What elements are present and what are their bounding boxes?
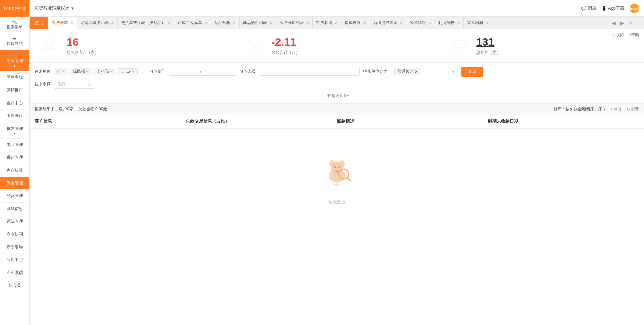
demo-account-name: 母婴行业演示帐套 <box>35 5 70 11</box>
tab-close-customer-account[interactable]: ✕ <box>70 21 73 25</box>
tab-close-tier[interactable]: ✕ <box>306 21 309 25</box>
sidebar-item-member2[interactable]: 畅会员 <box>0 279 29 292</box>
tab-close-purchase[interactable]: ✕ <box>111 21 114 25</box>
sidebar-item-enterprise[interactable]: 企业协同 <box>0 228 29 241</box>
tab-close-contact[interactable]: ✕ <box>335 21 338 25</box>
help-links: ▷ 视频 ? 帮助 <box>612 32 639 38</box>
stat-credit-customers-value: 16 <box>67 36 99 48</box>
refresh-icon: ↻ <box>627 107 630 112</box>
sort-selector[interactable]: 排序：按欠款金额倒序排序 ▾ <box>554 106 605 112</box>
retail-icon: 🛒 <box>2 54 28 59</box>
tab-customer-tier[interactable]: 客户分层经营 ✕ <box>276 17 313 29</box>
message-icon: 💬 <box>581 6 586 11</box>
sidebar-item-retail-stats[interactable]: 零售统计 <box>0 110 29 122</box>
tab-purchase-order[interactable]: 采购订单统计表 ✕ <box>77 17 118 29</box>
dept-select[interactable]: ▾ ··· <box>169 68 236 76</box>
mobile-icon: 📱 <box>601 6 607 11</box>
sidebar-item-basic-info[interactable]: 基础信息 <box>0 203 29 215</box>
empty-state: 暂无数据 <box>30 129 644 232</box>
sidebar-item-inventory[interactable]: 库存核算 <box>0 164 29 177</box>
tab-close-product-list[interactable]: ✕ <box>269 21 272 25</box>
svg-rect-5 <box>460 43 465 44</box>
stat-credit-amount-value: -2.11 <box>271 36 300 48</box>
query-button[interactable]: 查询 <box>461 67 483 77</box>
tab-customer-account[interactable]: 客户账本 ✕ <box>48 17 77 29</box>
tab-scroll-left[interactable]: ◀ <box>610 20 617 26</box>
tab-add-commission[interactable]: 新增提成方案 ✕ <box>370 17 406 29</box>
tab-retail-profit[interactable]: 零售利润 ✕ <box>464 17 492 29</box>
tab-operations[interactable]: 经营情况 ✕ <box>406 17 435 29</box>
chevron-up-icon: ⌃ <box>322 94 326 98</box>
sidebar-logo: 畅捷通好生意 <box>0 0 29 17</box>
tag-close-wu[interactable]: ✕ <box>62 69 65 74</box>
tab-close-operations[interactable]: ✕ <box>428 21 431 25</box>
sidebar-item-retail-shop[interactable]: 零售商城 <box>0 71 29 84</box>
top-header-right: 💬 消息 📱 App下载 demo2 <box>581 4 639 13</box>
sidebar-item-retail-mgmt[interactable]: 🛒 零售管理 ▼ <box>0 50 29 71</box>
sidebar-item-search[interactable]: 🔍 搜索菜单 <box>0 17 29 33</box>
results-bar: 搜索结果中，客户0家 欠款金额 0.00元 排序：按欠款金额倒序排序 ▾ ↑ 导… <box>30 104 644 115</box>
tab-home[interactable]: 首页 <box>30 17 48 29</box>
tab-close-product[interactable]: ✕ <box>233 21 236 25</box>
sidebar-item-purchase[interactable]: 采购管理 <box>0 151 29 164</box>
sidebar-item-ecom[interactable]: 电商管理 <box>0 139 29 151</box>
sidebar-item-wechat[interactable]: 企业微信 <box>0 266 29 279</box>
chevron-icon-2: ▼ <box>2 132 28 135</box>
tabs-controls: ◀ ▶ ✕ ⛶ <box>610 20 644 26</box>
video-btn[interactable]: ▷ 视频 <box>612 32 624 38</box>
balance-select[interactable]: 选择... ▾ <box>54 80 94 89</box>
tab-close-retail-profit[interactable]: ✕ <box>485 21 488 25</box>
tab-inbound-stats[interactable]: 进货单统计表（按商品） ✕ <box>118 17 174 29</box>
avatar[interactable]: demo2 <box>630 4 639 13</box>
sidebar-item-system[interactable]: 系统管理 <box>0 215 29 228</box>
export-btn[interactable]: ↑ 导出 <box>610 106 621 112</box>
tab-close-add-commission[interactable]: ✕ <box>400 21 403 25</box>
tab-close-profit[interactable]: ✕ <box>457 21 460 25</box>
sidebar-item-app-center[interactable]: 应用中心 <box>0 254 29 266</box>
sidebar-item-operations[interactable]: 经营管理 <box>0 190 29 203</box>
tab-product-analysis[interactable]: 商品分析 ✕ <box>211 17 240 29</box>
demo-account-selector[interactable]: 母婴行业演示帐套 ▾ <box>35 5 74 11</box>
tab-customer-contact[interactable]: 客户联络 ✕ <box>313 17 341 29</box>
sidebar-item-member[interactable]: 会员中心 <box>0 97 29 110</box>
person-select[interactable]: ··· <box>259 68 360 76</box>
table-area: 客户信息 欠款交易信息（占比） 回款情况 到期未收款日期 <box>30 115 644 325</box>
tab-production-inbound[interactable]: 产成品入库单 ✕ <box>174 17 211 29</box>
svg-point-13 <box>329 160 335 167</box>
sidebar-item-newbie[interactable]: 新手引导 <box>0 241 29 254</box>
collapse-filter-btn[interactable]: ⌃ 收起更多条件 <box>35 92 639 100</box>
person-more-icon: ··· <box>353 69 356 74</box>
sidebar-item-finance[interactable]: 资金管理 <box>0 177 29 190</box>
tab-scroll-right[interactable]: ▶ <box>619 20 626 26</box>
app-download-btn[interactable]: 📱 App下载 <box>601 5 625 11</box>
tab-product-analysis-list[interactable]: 商品分析列表 ✕ <box>240 17 276 29</box>
tab-close-all[interactable]: ✕ <box>627 20 634 26</box>
refresh-btn[interactable]: ↻ 刷新 <box>627 106 639 112</box>
stat-credit-customers-info: 16 总欠款客户（家） <box>67 36 99 56</box>
tag-close-wang[interactable]: ✕ <box>110 69 113 74</box>
help-btn[interactable]: ? 帮助 <box>628 32 639 38</box>
tag-close-chen[interactable]: ✕ <box>86 69 89 74</box>
results-amount: 欠款金额 0.00元 <box>78 106 108 112</box>
tab-commission-settings[interactable]: 提成设置 ✕ <box>341 17 370 29</box>
category-tag-close[interactable]: ✕ <box>415 69 418 74</box>
sidebar-item-quick-nav[interactable]: ☰ 快捷导航 <box>0 33 29 50</box>
message-btn[interactable]: 💬 消息 <box>581 5 596 11</box>
unit-category-select[interactable]: 普通客户 ✕ ▾ <box>391 66 458 77</box>
tab-close-production[interactable]: ✕ <box>204 21 207 25</box>
dept-label: 分管部门 <box>149 69 166 74</box>
tab-close-commission[interactable]: ✕ <box>363 21 366 25</box>
tab-close-inbound[interactable]: ✕ <box>168 21 171 25</box>
tabs-bar: 首页 客户账本 ✕ 采购订单统计表 ✕ 进货单统计表（按商品） ✕ 产成品入库单… <box>30 17 644 29</box>
results-actions: 排序：按欠款金额倒序排序 ▾ ↑ 导出 ↻ 刷新 <box>554 106 639 112</box>
tab-fullscreen[interactable]: ⛶ <box>636 20 642 26</box>
tag-close-cjttcw[interactable]: ✕ <box>132 69 135 74</box>
sidebar-item-marketing[interactable]: 营销推广 <box>0 84 29 97</box>
unit-tag-chen: 陈民强 ✕ <box>70 68 92 75</box>
more-tags-btn[interactable]: ... <box>139 69 146 75</box>
stats-row: 16 总欠款客户（家） ¥ -2.11 欠款合计（万） <box>30 29 644 63</box>
tab-profit-report[interactable]: 利润报告 ✕ <box>435 17 464 29</box>
sidebar-item-wholesale[interactable]: 批发管理 ▼ <box>0 122 29 139</box>
content-area: 16 总欠款客户（家） ¥ -2.11 欠款合计（万） <box>30 29 644 325</box>
svg-line-16 <box>348 178 350 181</box>
